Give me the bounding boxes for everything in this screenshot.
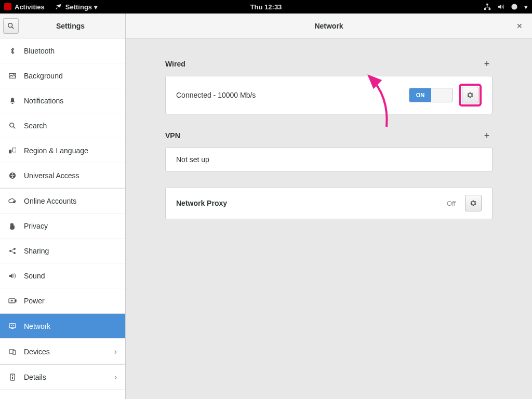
svg-point-6 (10, 123, 14, 127)
proxy-settings-button[interactable] (465, 195, 482, 211)
activities-button[interactable]: Activities (15, 3, 45, 11)
toggle-on-label: ON (409, 88, 431, 102)
system-menu-dropdown-icon[interactable]: ▾ (524, 3, 528, 11)
sidebar-header: Settings (0, 14, 125, 38)
chevron-right-icon: › (114, 347, 117, 356)
highlight-annotation (459, 84, 482, 107)
sidebar-item-label: Details (24, 373, 46, 381)
sidebar-item-privacy[interactable]: Privacy (0, 214, 125, 238)
sidebar-title: Settings (19, 22, 122, 30)
svg-rect-16 (15, 300, 16, 302)
sidebar-item-label: Online Accounts (24, 197, 76, 205)
sidebar-item-label: Sound (24, 272, 45, 280)
sidebar-item-label: Region & Language (24, 147, 88, 155)
gnome-top-bar: Activities Settings ▾ Thu 12:33 ▾ (0, 0, 532, 14)
svg-rect-17 (9, 324, 16, 328)
sidebar-item-label: Privacy (24, 222, 48, 230)
sidebar-item-network[interactable]: Network (0, 314, 125, 339)
close-icon: ✕ (516, 22, 523, 30)
svg-rect-1 (484, 8, 486, 10)
search-icon (8, 122, 17, 130)
vpn-status: Not set up (176, 155, 482, 164)
sidebar-item-label: Power (24, 297, 45, 305)
background-icon (8, 72, 17, 80)
svg-rect-8 (12, 148, 16, 152)
window-close-button[interactable]: ✕ (513, 20, 526, 32)
content-title: Network (314, 22, 343, 30)
sidebar-item-search[interactable]: Search (0, 113, 125, 138)
wired-status: Connected - 10000 Mb/s (176, 91, 403, 99)
volume-icon[interactable] (497, 3, 504, 10)
sidebar-list: Bluetooth Background Notifications Searc… (0, 38, 125, 399)
sidebar-item-sound[interactable]: Sound (0, 263, 125, 288)
region-icon (8, 147, 17, 155)
app-indicator-icon (4, 3, 11, 10)
proxy-card[interactable]: Network Proxy Off (165, 187, 493, 219)
hand-icon (8, 222, 17, 230)
gear-icon (467, 91, 474, 99)
content-area: Network ✕ Wired + Connected - 10000 Mb/s… (126, 14, 532, 399)
sound-icon (8, 272, 17, 280)
sidebar-item-universal-access[interactable]: Universal Access (0, 163, 125, 188)
svg-point-10 (12, 173, 14, 175)
svg-rect-0 (486, 4, 488, 6)
sidebar-item-label: Sharing (24, 247, 49, 255)
sidebar-item-details[interactable]: Details › (0, 365, 125, 390)
wired-settings-button[interactable] (462, 87, 478, 103)
search-icon (7, 22, 15, 30)
sidebar-item-region-language[interactable]: Region & Language (0, 138, 125, 163)
gear-icon (470, 200, 477, 207)
network-status-icon[interactable] (484, 3, 491, 10)
sidebar-item-sharing[interactable]: Sharing (0, 238, 125, 263)
proxy-status: Off (447, 200, 456, 207)
svg-point-13 (14, 248, 16, 250)
vpn-card: Not set up (165, 148, 493, 171)
sidebar-item-label: Universal Access (24, 171, 79, 180)
svg-rect-18 (11, 328, 14, 329)
clock[interactable]: Thu 12:33 (250, 3, 282, 11)
network-icon (8, 322, 17, 330)
svg-point-4 (8, 23, 12, 27)
svg-rect-2 (489, 8, 491, 10)
sidebar-item-online-accounts[interactable]: Online Accounts (0, 189, 125, 214)
battery-icon (8, 297, 17, 305)
devices-icon (8, 348, 17, 356)
wired-title: Wired (165, 60, 185, 68)
chevron-right-icon: › (114, 373, 117, 382)
wired-add-button[interactable]: + (481, 58, 493, 70)
sidebar-item-label: Bluetooth (24, 47, 55, 55)
vpn-title: VPN (165, 131, 180, 140)
power-icon[interactable] (511, 3, 518, 10)
proxy-label: Network Proxy (176, 199, 441, 207)
sidebar-item-bluetooth[interactable]: Bluetooth (0, 38, 125, 63)
wired-section-header: Wired + (165, 58, 493, 70)
dropdown-icon: ▾ (94, 3, 98, 11)
sidebar-item-label: Search (24, 122, 47, 130)
sidebar-item-background[interactable]: Background (0, 63, 125, 88)
bell-icon (8, 97, 17, 105)
svg-point-22 (12, 375, 13, 376)
accessibility-icon (8, 171, 17, 180)
vpn-section-header: VPN + (165, 130, 493, 141)
sidebar-item-power[interactable]: Power (0, 288, 125, 313)
sidebar-search-button[interactable] (3, 18, 19, 34)
settings-window: Settings Bluetooth Background Notificati… (0, 14, 532, 399)
vpn-add-button[interactable]: + (481, 130, 493, 141)
sidebar-item-notifications[interactable]: Notifications (0, 88, 125, 113)
svg-rect-23 (12, 377, 13, 379)
app-menu-button[interactable]: Settings ▾ (65, 3, 98, 11)
sidebar-item-label: Devices (24, 348, 50, 356)
sidebar-item-label: Notifications (24, 97, 63, 105)
details-icon (8, 373, 17, 381)
sidebar: Settings Bluetooth Background Notificati… (0, 14, 126, 399)
wired-card: Connected - 10000 Mb/s ON (165, 76, 493, 114)
plus-icon: + (484, 59, 490, 70)
toggle-off-side (431, 88, 452, 102)
wired-toggle[interactable]: ON (409, 88, 453, 102)
sidebar-item-devices[interactable]: Devices › (0, 339, 125, 364)
svg-point-11 (14, 201, 15, 203)
svg-rect-20 (13, 351, 16, 354)
settings-app-icon (55, 3, 62, 10)
svg-point-14 (14, 252, 16, 254)
bluetooth-icon (8, 47, 17, 55)
